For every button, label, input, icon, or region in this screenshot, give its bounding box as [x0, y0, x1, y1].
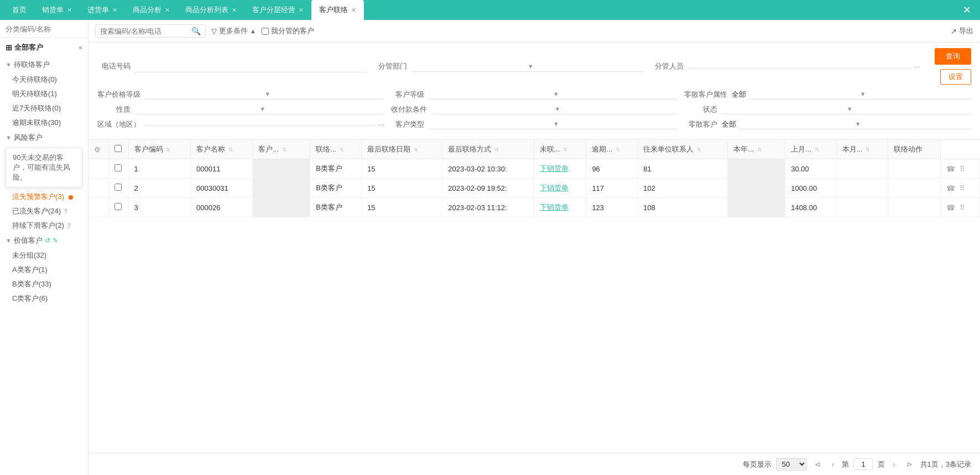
status-select[interactable]: ▼ [722, 104, 971, 114]
sidebar-item-c-class[interactable]: C类客户(6) [0, 291, 88, 306]
search-icon[interactable]: 🔍 [191, 27, 201, 35]
sidebar-item-ungroup[interactable]: 未分组(32) [0, 248, 88, 263]
window-close-button[interactable]: ✕ [958, 4, 976, 16]
cell-checkbox[interactable] [108, 179, 128, 198]
customer-type-select[interactable]: ▼ [429, 119, 678, 129]
page-input[interactable] [853, 458, 873, 470]
sort-icon[interactable]: ⇅ [228, 147, 233, 153]
sidebar-item-tomorrow[interactable]: 明天待联络(1) [0, 87, 88, 101]
cell-action[interactable]: ☎ ⠿ [940, 198, 979, 217]
sort-icon[interactable]: ⇅ [166, 147, 170, 153]
sort-icon[interactable]: ⇅ [494, 147, 499, 153]
sort-icon[interactable]: ⇅ [563, 147, 567, 153]
select-all-checkbox[interactable] [114, 145, 122, 152]
sidebar-all-customers[interactable]: ⊞ 全部客户 « [0, 38, 88, 57]
tab-customer-contact[interactable]: 客户联络 ✕ [311, 0, 364, 20]
sidebar-item-declining[interactable]: 持续下滑客户(2) ? [0, 218, 88, 233]
th-checkbox[interactable] [108, 140, 128, 159]
tab-customer-tier[interactable]: 客户分层经营 ✕ [244, 0, 311, 20]
retail-customer-select[interactable]: ▼ [738, 119, 971, 129]
more-icon[interactable]: ··· [914, 62, 920, 71]
cell-last-method[interactable]: 下销货单 [534, 179, 586, 198]
cell-last-method[interactable]: 下销货单 [534, 159, 586, 179]
search-input[interactable] [100, 27, 189, 35]
sidebar-item-a-class[interactable]: A类客户(1) [0, 263, 88, 277]
tab-purchase[interactable]: 进货单 ✕ [80, 0, 125, 20]
cell-checkbox[interactable] [108, 159, 128, 179]
page-first-btn[interactable]: ⊲ [811, 459, 824, 469]
query-button[interactable]: 查询 [935, 48, 971, 65]
sort-icon[interactable]: ⇅ [414, 147, 418, 153]
nature-select[interactable]: ▼ [135, 104, 384, 114]
gear-icon[interactable]: ⚙ [94, 145, 101, 154]
tab-home[interactable]: 首页 [4, 0, 34, 20]
sidebar-group-risk[interactable]: ▼ 风险客户 [0, 130, 88, 145]
contact-icon[interactable]: ☎ [946, 165, 955, 173]
payment-select[interactable]: ▼ [431, 104, 678, 114]
close-icon[interactable]: ✕ [299, 7, 304, 14]
sort-icon[interactable]: ⇅ [616, 147, 620, 153]
sidebar-item-overdue[interactable]: 逾期未联络(30) [0, 116, 88, 130]
customer-tier-select[interactable]: ▼ [429, 89, 678, 100]
manager-select[interactable] [688, 65, 911, 69]
more-action-icon[interactable]: ⠿ [960, 203, 965, 212]
sidebar-group-pending[interactable]: ▼ 待联络客户 [0, 57, 88, 72]
more-icon[interactable]: ··· [378, 120, 384, 129]
price-tier-select[interactable]: ▼ [145, 89, 384, 100]
export-btn[interactable]: ↗ 导出 [951, 26, 973, 36]
sidebar-group-value[interactable]: ▼ 价值客户 ↺ ✎ [0, 233, 88, 248]
contact-icon[interactable]: ☎ [946, 203, 955, 212]
page-last-btn[interactable]: ⊳ [903, 459, 916, 469]
dept-select[interactable]: ▼ [411, 61, 644, 72]
sidebar-item-churn-warning[interactable]: 流失预警客户(3) [0, 190, 88, 204]
cell-last-method[interactable]: 下销货单 [534, 198, 586, 217]
cell-unlinked: 117 [586, 179, 638, 198]
phone-input[interactable] [135, 60, 367, 72]
sidebar-search-wrap: 🔍 [0, 20, 88, 38]
settings-button[interactable]: 设置 [940, 69, 971, 85]
page-prev-btn[interactable]: ‹ [828, 459, 837, 469]
th-this-month: 本月... ⇅ [836, 140, 888, 159]
cell-name [253, 179, 310, 198]
collapse-icon[interactable]: « [79, 44, 82, 51]
sort-icon[interactable]: ⇅ [866, 147, 870, 153]
tab-goods-analysis-list[interactable]: 商品分析列表 ✕ [178, 0, 244, 20]
cell-contact: 15 [362, 159, 442, 179]
tab-goods-analysis[interactable]: 商品分析 ✕ [125, 0, 178, 20]
edit-icon[interactable]: ✎ [53, 237, 58, 244]
my-customers-checkbox[interactable]: 我分管的客户 [262, 26, 314, 36]
sidebar-item-today[interactable]: 今天待联络(0) [0, 72, 88, 87]
close-icon[interactable]: ✕ [165, 7, 170, 14]
sidebar-item-7days[interactable]: 近7天待联络(0) [0, 101, 88, 116]
sort-icon[interactable]: ⇅ [815, 147, 819, 153]
my-customers-check[interactable] [262, 28, 269, 35]
th-last-date: 最后联络日期 ⇅ [362, 140, 442, 159]
more-conditions-btn[interactable]: ▽ 更多条件 ▲ [211, 26, 256, 36]
cell-last-month [836, 159, 888, 179]
close-icon[interactable]: ✕ [351, 7, 356, 14]
tab-sales-order[interactable]: 销货单 ✕ [34, 0, 80, 20]
close-icon[interactable]: ✕ [67, 7, 72, 14]
more-action-icon[interactable]: ⠿ [960, 165, 965, 173]
th-gear[interactable]: ⚙ [88, 140, 108, 159]
sort-icon[interactable]: ⇅ [340, 147, 344, 153]
sort-icon[interactable]: ⇅ [697, 147, 701, 153]
close-icon[interactable]: ✕ [232, 7, 237, 14]
page-size-select[interactable]: 50 100 200 [776, 458, 807, 471]
refresh-icon[interactable]: ↺ [45, 237, 50, 244]
cell-action[interactable]: ☎ ⠿ [940, 159, 979, 179]
more-action-icon[interactable]: ⠿ [960, 184, 965, 192]
region-select[interactable] [145, 122, 376, 126]
sidebar-search-input[interactable] [6, 25, 88, 33]
cell-gear [88, 159, 108, 179]
sidebar-item-churned[interactable]: 已流失客户(24) ? [0, 204, 88, 218]
sidebar-item-b-class[interactable]: B类客户(33) [0, 277, 88, 291]
cell-checkbox[interactable] [108, 198, 128, 217]
sort-icon[interactable]: ⇅ [282, 147, 286, 153]
cell-action[interactable]: ☎ ⠿ [940, 179, 979, 198]
retail-attr-select[interactable]: ▼ [748, 89, 971, 100]
page-next-btn[interactable]: › [889, 459, 898, 469]
sort-icon[interactable]: ⇅ [757, 147, 762, 153]
close-icon[interactable]: ✕ [112, 7, 117, 14]
contact-icon[interactable]: ☎ [946, 184, 955, 192]
